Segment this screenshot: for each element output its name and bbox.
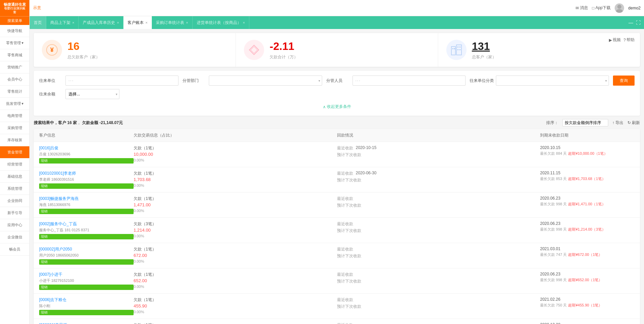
filter-unit-category-select-wrapper — [496, 76, 609, 86]
refresh-icon: ↻ — [627, 120, 631, 125]
sidebar-item-inventory[interactable]: 库存核算 — [0, 134, 29, 146]
stat-debt-customers-number: 16 — [67, 40, 100, 53]
stat-icon-building — [446, 40, 467, 60]
video-icon: ▶ — [609, 38, 612, 42]
customer-name-link[interactable]: [0001020001]李老师 — [39, 171, 134, 176]
stat-icon-yuan: ¥ — [42, 40, 62, 60]
header-customer-info: 客户信息 — [39, 132, 134, 138]
topbar-username[interactable]: demo2 — [628, 6, 641, 10]
filter-unit-category-label: 往来单位分类 — [470, 78, 493, 84]
customer-name-link[interactable]: [0003]畅捷服务尹海燕 — [39, 196, 134, 202]
sidebar-item-quick-nav[interactable]: 快捷导航 — [0, 25, 29, 37]
table-row: [000001]黄思源 黄思源 13552700226 现销 欠款（1笔） 42… — [34, 319, 640, 324]
debt-amount[interactable]: 1,703.68 — [134, 177, 337, 182]
customer-name-link[interactable]: [0016]吕俊 — [39, 145, 134, 151]
overdue-amount[interactable]: 超期¥10,000.00（1笔） — [568, 151, 607, 156]
svg-rect-10 — [457, 47, 458, 48]
filter-manager-input[interactable]: ··· — [353, 76, 466, 86]
tab-purchase-order[interactable]: 采购订单统计表 × — [152, 16, 192, 29]
debt-info-cell: 欠款（1笔） 1,471.00 0.00% — [134, 196, 337, 213]
recovery-info-cell: 最近收款 预计下次收款 — [337, 297, 540, 310]
tabs-minimize-icon[interactable]: — — [628, 20, 633, 25]
customer-name-link[interactable]: [0002]服务中心_丁磊 — [39, 221, 134, 227]
stat-card-debt-customers: ¥ 16 总欠款客户（家） — [34, 33, 236, 67]
topbar-message-button[interactable]: ✉ 消息 — [576, 5, 588, 11]
customer-tag: 现销 — [39, 234, 134, 239]
sidebar-item-retail-stats[interactable]: 零售统计 — [0, 86, 29, 98]
sidebar-item-finance[interactable]: 资金管理 — [0, 146, 29, 158]
customer-phone: 小进千 18279152100 — [39, 278, 134, 283]
topbar-right: ✉ 消息 □ App下载 demo2 — [576, 3, 641, 13]
customer-name-link[interactable]: [0007]小进千 — [39, 272, 134, 277]
sidebar-item-basic-info[interactable]: 基础信息 — [0, 171, 29, 183]
sidebar-item-marketing[interactable]: 营销推广 — [0, 61, 29, 73]
topbar-brand: 示意 — [33, 5, 41, 11]
customer-name-link[interactable]: [000002]用户2050 — [39, 246, 134, 252]
sidebar-item-vip[interactable]: 畅会员 — [0, 243, 29, 256]
due-info-cell: 2020.10.15 最长欠款 884 天 超期¥10,000.00（1笔） — [540, 145, 635, 156]
help-icon: ? — [623, 38, 626, 42]
tab-goods-status[interactable]: 商品上下架 × — [46, 16, 79, 29]
tab-production-history[interactable]: 产成品入库单历史 × — [79, 16, 123, 29]
last-collect-date: 2020-10-15 — [356, 145, 376, 151]
filter-unit-category: 往来单位分类 — [470, 76, 609, 86]
filter-from-unit-input[interactable]: ··· — [65, 76, 178, 86]
table-row: [0016]吕俊 吕俊 13026203696 现销 欠款（1笔） 10,000… — [34, 142, 640, 167]
stats-row: ¥ 16 总欠款客户（家） — [34, 33, 640, 67]
tab-production-history-close[interactable]: × — [117, 21, 119, 25]
tab-goods-stats-close[interactable]: × — [243, 21, 245, 25]
sidebar-item-retail-mgmt[interactable]: 零售管理 ▾ — [0, 37, 29, 49]
collapse-button[interactable]: ∧ 收起更多条件 — [323, 104, 351, 110]
sidebar-item-retail-mall[interactable]: 零售商城 — [0, 49, 29, 61]
export-button[interactable]: ↑ 导出 — [612, 120, 623, 126]
tab-home[interactable]: 首页 — [30, 16, 46, 29]
tab-customer-account[interactable]: 客户账本 × — [123, 16, 152, 29]
recovery-info-cell: 最近收款 预计下次收款 — [337, 196, 540, 208]
customer-tag: 现销 — [39, 209, 134, 214]
table-row: [0003]畅捷服务尹海燕 海燕 18513066976 现销 欠款（1笔） 1… — [34, 193, 640, 218]
due-info-cell: 2021.02.26 最长欠款 750 天 超期¥455.90（1笔） — [540, 297, 635, 308]
customer-name-link[interactable]: [0006]去下粮仓 — [39, 297, 134, 303]
refresh-button[interactable]: ↻ 刷新 — [627, 120, 640, 126]
sidebar-item-enterprise[interactable]: 企业协同 — [0, 195, 29, 207]
sidebar-item-member[interactable]: 会员中心 — [0, 73, 29, 86]
sidebar-item-purchase[interactable]: 采购管理 — [0, 122, 29, 134]
logo-text: 畅捷通好生意 母婴行业演示账套 — [3, 2, 26, 14]
video-action[interactable]: ▶ 视频 — [609, 37, 621, 43]
debt-ratio: 0.00% — [134, 158, 337, 162]
sort-select[interactable]: 按欠款金额倒序排序 — [562, 119, 608, 126]
results-bar: 搜索结果中，客户 16 家， 欠款金额 -21,148.07元 排序： 按欠款金… — [34, 119, 640, 126]
filter-unit-category-select[interactable] — [496, 76, 609, 86]
tab-purchase-order-close[interactable]: × — [186, 21, 188, 25]
tab-goods-stats[interactable]: 进货单统计表（按商品） × — [193, 16, 249, 29]
filter-balance-select-wrapper: 选择... — [65, 89, 119, 99]
debt-amount[interactable]: 10,000.00 — [134, 152, 337, 157]
filter-balance-select[interactable]: 选择... — [65, 89, 119, 99]
sidebar-item-system[interactable]: 系统管理 — [0, 183, 29, 195]
filter-dept-select[interactable] — [209, 76, 322, 86]
tab-customer-account-close[interactable]: × — [145, 21, 147, 25]
filter-area: 往来单位 ··· 分管部门 分管人员 — [34, 71, 640, 116]
tab-goods-status-close[interactable]: × — [72, 21, 74, 25]
tabs-maximize-icon[interactable]: ⛶ — [636, 20, 641, 25]
sidebar-item-operations[interactable]: 经营管理 — [0, 158, 29, 171]
customer-tag: 现销 — [39, 285, 134, 290]
sidebar-item-batch-mgmt[interactable]: 批发管理 ▾ — [0, 98, 29, 110]
topbar-app-download-button[interactable]: □ App下载 — [592, 5, 611, 11]
filter-from-unit: 往来单位 ··· — [39, 76, 178, 86]
help-action[interactable]: ? 帮助 — [623, 37, 635, 43]
sidebar-item-newcomer[interactable]: 新手引导 — [0, 207, 29, 219]
header-debt-info: 欠款交易信息（占比） — [134, 132, 337, 138]
debt-info-cell: 欠款（1笔） 652.00 0.00% — [134, 272, 337, 289]
stat-total-debt-label: 欠款合计（万） — [270, 54, 298, 60]
sidebar-logo[interactable]: 畅捷通好生意 母婴行业演示账套 — [0, 0, 29, 16]
customer-info-cell: [0002]服务中心_丁磊 服务中心_丁磊 181 0125 8371 现销 — [39, 221, 134, 239]
customer-name-link[interactable]: [000001]黄思源 — [39, 322, 134, 324]
sidebar-item-app-center[interactable]: 应用中心 — [0, 219, 29, 231]
sidebar-item-ecommerce[interactable]: 电商管理 — [0, 110, 29, 122]
sidebar-item-enterprise-wx[interactable]: 企业微信 — [0, 231, 29, 243]
filter-from-unit-label: 往来单位 — [39, 78, 63, 84]
query-button[interactable]: 查询 — [613, 76, 635, 86]
tabs-bar: 首页 商品上下架 × 产成品入库单历史 × 客户账本 × 采购订单统计表 × 进… — [30, 16, 644, 29]
sidebar-search-menu[interactable]: 搜索菜单 — [0, 16, 29, 25]
